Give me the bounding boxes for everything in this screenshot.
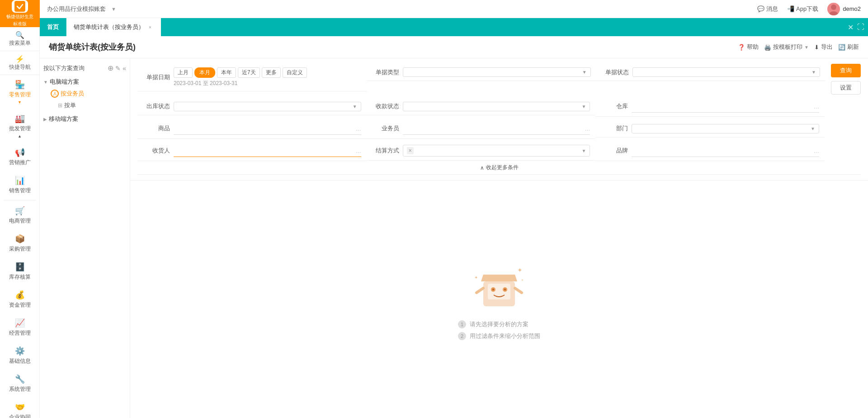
schema-section-pc: ▼ 电脑端方案 人 按业务员 ⊞ 按单 [43,76,126,111]
collapse-more-btn[interactable]: ∧ 收起更多条件 [137,161,861,175]
brand-input[interactable] [632,146,812,155]
product-input[interactable] [174,124,354,133]
avatar [827,3,840,15]
right-panel: 单据日期 上月 本月 本年 近7天 更多 自定义 20 [130,58,868,418]
filter-doctype-cell: 单据类型 ▼ [367,64,596,81]
sidebar-item-operations[interactable]: 📈 经营管理 [0,314,39,342]
maximize-btn[interactable]: ⛶ [857,23,864,31]
sidebar-quick-nav[interactable]: ⚡ 快捷导航 [0,51,39,75]
tab-home[interactable]: 首页 [40,18,66,36]
setting-btn[interactable]: 设置 [831,81,861,95]
help-btn[interactable]: ❓ 帮助 [738,43,759,51]
message-btn[interactable]: 💬 消息 [757,5,778,13]
sidebar-item-retail[interactable]: 🏪 零售管理 ▼ [0,75,39,109]
mobile-section-arrow: ▶ [43,117,47,122]
export-icon: ⬇ [814,44,819,51]
outstatus-select[interactable]: ▼ [174,102,361,111]
salesman-input[interactable] [403,124,583,133]
date-btn-7days[interactable]: 近7天 [238,67,260,78]
outstatus-label: 出库状态 [143,102,170,110]
docstatus-arrow: ▼ [811,70,816,75]
step-1-text: 请先选择要分析的方案 [470,320,528,328]
consignee-input[interactable] [174,146,354,155]
salesman-label: 业务员 [372,124,399,133]
settlement-select[interactable]: × ▼ [403,145,590,157]
tab-sales-stat[interactable]: 销货单统计表（按业务员） × [66,18,161,36]
sidebar-item-marketing[interactable]: 📢 营销推广 [0,143,39,171]
receiptstatus-arrow: ▼ [581,104,586,109]
doctype-select[interactable]: ▼ [403,67,590,77]
query-btn[interactable]: 查询 [831,64,861,77]
pc-section-title[interactable]: ▼ 电脑端方案 [43,76,126,88]
add-schema-btn[interactable]: ⊕ [108,64,113,72]
empty-step-2: 2 用过滤条件来缩小分析范围 [458,332,540,340]
doctype-label: 单据类型 [372,68,399,76]
date-btn-this-year[interactable]: 本年 [217,67,236,78]
schema-item-salesman[interactable]: 人 按业务员 [43,88,126,100]
inventory-label: 库存核算 [9,273,31,281]
order-icon: ⊞ [58,102,62,109]
sidebar-item-enterprise[interactable]: 🤝 企业协同 [0,398,39,418]
schema-item-order[interactable]: ⊞ 按单 [43,100,126,111]
sidebar-item-sales[interactable]: 📊 销售管理 [0,171,39,199]
empty-instructions: 1 请先选择要分析的方案 2 用过滤条件来缩小分析范围 [458,320,540,340]
ecommerce-icon: 🛒 [15,206,25,216]
action-buttons: 查询 设置 [826,64,861,95]
filter-row-1: 单据日期 上月 本月 本年 近7天 更多 自定义 20 [137,64,861,95]
app-download-label: App下载 [796,5,818,13]
home-tab-label: 首页 [47,23,59,31]
warehouse-dots[interactable]: ... [814,103,819,110]
svg-line-9 [476,288,483,293]
app-logo: 畅捷信好生意 标准版 [0,0,40,27]
sidebar-item-ecommerce[interactable]: 🛒 电商管理 [0,201,39,229]
sidebar-item-finance[interactable]: 💰 资金管理 [0,285,39,314]
settlement-tag-x[interactable]: × [407,147,414,154]
sidebar-item-inventory[interactable]: 🗄️ 库存核算 [0,257,39,285]
department-select[interactable]: ▼ [632,124,819,133]
filter-salesman-cell: 业务员 ... [367,119,596,139]
filter-area: 单据日期 上月 本月 本年 近7天 更多 自定义 20 [130,58,868,180]
collapse-panel-btn[interactable]: « [123,65,126,72]
sidebar-item-basic[interactable]: ⚙️ 基础信息 [0,342,39,370]
sidebar-item-system[interactable]: 🔧 系统管理 [0,370,39,398]
app-download-btn[interactable]: 📲 App下载 [787,5,818,13]
close-tab-btn[interactable]: × [147,24,153,30]
date-btn-custom[interactable]: 自定义 [283,67,307,78]
retail-arrow: ▼ [18,100,22,104]
enterprise-label: 企业协同 [9,413,31,418]
date-btn-last-month[interactable]: 上月 [174,67,193,78]
docstatus-select[interactable]: ▼ [632,67,820,77]
body-split: 按以下方案查询 ⊕ ✎ « ▼ 电脑端方案 人 [40,58,868,418]
date-btn-more[interactable]: 更多 [262,67,281,78]
receiptstatus-select[interactable]: ▼ [403,102,590,111]
salesman-dots[interactable]: ... [585,125,590,132]
warehouse-input[interactable] [632,102,812,110]
product-dots[interactable]: ... [356,125,361,132]
edit-schema-btn[interactable]: ✎ [115,65,121,72]
retail-icon: 🏪 [15,80,25,90]
sidebar-item-purchase[interactable]: 📦 采购管理 [0,229,39,257]
close-window-btn[interactable]: ✕ [848,23,854,32]
svg-point-7 [492,289,494,290]
print-label: 按模板打印 [773,43,802,51]
settlement-label: 结算方式 [372,147,399,155]
enterprise-icon: 🤝 [15,402,25,412]
mobile-section-title[interactable]: ▶ 移动端方案 [43,113,126,125]
topbar-arrow[interactable]: ▼ [111,6,116,12]
filter-row-4: 收货人 ... 结算方式 × [137,139,861,161]
schema-tree: ▼ 电脑端方案 人 按业务员 ⊞ 按单 [43,76,126,125]
salesman-schema-icon: 人 [51,90,59,98]
export-btn[interactable]: ⬇ 导出 [814,43,833,51]
date-btn-this-month[interactable]: 本月 [194,67,215,78]
consignee-dots[interactable]: ... [356,147,361,154]
brand-dots[interactable]: ... [814,147,819,154]
filter-warehouse-cell: 仓库 ... [595,96,825,117]
print-btn[interactable]: 🖨️ 按模板打印 ▼ [764,43,809,51]
warehouse-label: 仓库 [601,102,628,110]
wholesale-label: 批发管理 [9,125,31,133]
sidebar-item-wholesale[interactable]: 🏭 批发管理 ▲ [0,109,39,143]
sidebar-search[interactable]: 🔍 搜索菜单 [0,27,39,51]
refresh-btn[interactable]: 🔄 刷新 [838,43,859,51]
content-area: 销货单统计表(按业务员) ❓ 帮助 🖨️ 按模板打印 ▼ ⬇ 导出 🔄 刷新 [40,36,868,418]
tabs-bar: 首页 销货单统计表（按业务员） × ✕ ⛶ [40,18,868,36]
